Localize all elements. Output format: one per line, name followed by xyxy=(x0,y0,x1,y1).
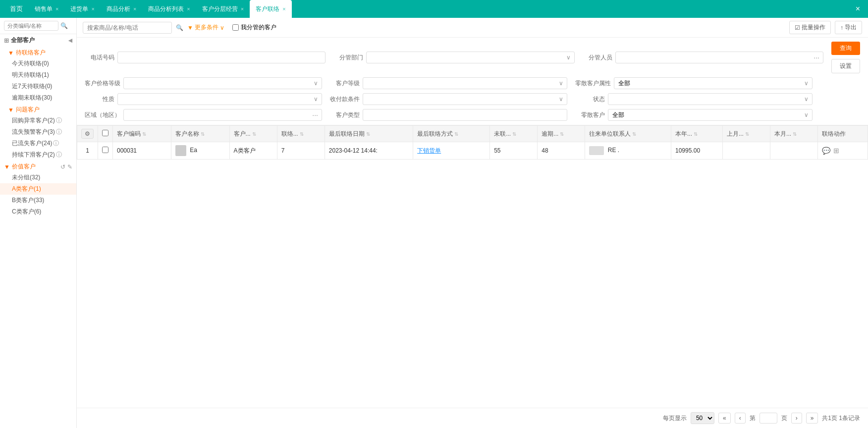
sort-icon-last-month[interactable]: ⇅ xyxy=(745,131,749,137)
group-pending-contact[interactable]: ▼ 待联络客户 xyxy=(0,47,76,58)
th-checkbox xyxy=(98,126,113,142)
nature-select[interactable] xyxy=(117,93,322,105)
customer-type-input[interactable] xyxy=(363,109,567,121)
tab-analysis[interactable]: 商品分析 × xyxy=(101,0,142,18)
th-uncontacted: 未联...⇅ xyxy=(490,126,538,142)
sidebar-item-lost[interactable]: 已流失客户(24) ⓘ xyxy=(0,138,76,149)
grid-icon: ⊞ xyxy=(4,37,9,44)
tab-analysis-list[interactable]: 商品分析列表 × xyxy=(142,0,196,18)
sidebar-item-tomorrow[interactable]: 明天待联络(1) xyxy=(0,69,76,81)
action-buttons: 查询 设置 xyxy=(831,42,860,73)
customer-avatar xyxy=(175,145,186,156)
close-tab-analysis-list[interactable]: × xyxy=(187,6,190,12)
filter-more-conditions[interactable]: ▼ 更多条件 ∨ xyxy=(187,23,224,32)
prev-page-button[interactable]: ‹ xyxy=(735,413,746,424)
settings-button[interactable]: 设置 xyxy=(831,59,860,73)
th-actions: 联络动作 xyxy=(818,126,868,142)
filter-customer-level: 客户等级 ∨ xyxy=(330,77,567,89)
sidebar-item-abnormal[interactable]: 回购异常客户(2) ⓘ xyxy=(0,115,76,126)
close-all-button[interactable]: × xyxy=(852,4,864,13)
row-this-year: 10995.00 xyxy=(671,142,723,160)
sort-icon-type[interactable]: ⇅ xyxy=(252,131,256,137)
sort-icon-date[interactable]: ⇅ xyxy=(366,131,370,137)
sidebar-search-icon[interactable]: 🔍 xyxy=(60,22,68,29)
price-level-select[interactable] xyxy=(123,77,322,89)
sort-icon-contact[interactable]: ⇅ xyxy=(300,131,304,137)
refresh-icon[interactable]: ↺ xyxy=(60,163,65,170)
edit-icon[interactable]: ✎ xyxy=(67,163,72,170)
tab-customer-segment[interactable]: 客户分层经营 × xyxy=(196,0,250,18)
sort-icon-uncontacted[interactable]: ⇅ xyxy=(512,131,516,137)
sidebar-item-7days[interactable]: 近7天待联络(0) xyxy=(0,81,76,92)
sidebar-item-overdue[interactable]: 逾期未联络(30) xyxy=(0,92,76,104)
payment-select[interactable] xyxy=(363,93,567,105)
my-customers-checkbox[interactable] xyxy=(232,24,239,31)
row-actions: 💬 ⊞ xyxy=(818,142,868,160)
info-icon-declining: ⓘ xyxy=(56,151,62,159)
sort-icon-code[interactable]: ⇅ xyxy=(142,131,146,137)
filter-region: 区域（地区） ··· xyxy=(85,109,322,121)
first-page-button[interactable]: « xyxy=(718,413,731,424)
dept-select[interactable] xyxy=(366,52,574,63)
tab-customer-contact[interactable]: 客户联络 × xyxy=(250,0,291,18)
nature-wrap: ∨ xyxy=(117,93,322,105)
close-tab-customer-contact[interactable]: × xyxy=(282,6,285,12)
payment-wrap: ∨ xyxy=(363,93,567,105)
collapse-icon[interactable]: ◀ xyxy=(68,38,72,43)
query-button[interactable]: 查询 xyxy=(831,42,860,55)
scatter-customer-select[interactable]: 全部 xyxy=(608,109,813,121)
filter-search-input[interactable] xyxy=(83,22,172,34)
close-tab-purchase[interactable]: × xyxy=(91,6,94,12)
status-select[interactable] xyxy=(608,93,813,105)
info-icon-lost: ⓘ xyxy=(53,139,59,148)
filter-scatter-attr: 零散客户属性 全部 ∨ xyxy=(575,77,813,89)
phone-input[interactable] xyxy=(117,52,326,63)
table-gear-button[interactable]: ⚙ xyxy=(81,129,94,139)
chat-icon[interactable]: 💬 xyxy=(822,147,830,155)
close-tab-customer-segment[interactable]: × xyxy=(241,6,244,12)
sidebar-item-c-class[interactable]: C类客户(6) xyxy=(0,206,76,217)
close-tab-sales[interactable]: × xyxy=(55,6,58,12)
sort-icon-overdue[interactable]: ⇅ xyxy=(560,131,564,137)
sort-icon-year[interactable]: ⇅ xyxy=(694,131,698,137)
qr-icon[interactable]: ⊞ xyxy=(833,147,839,155)
filter-customer-type: 客户类型 xyxy=(330,109,567,121)
region-input[interactable] xyxy=(123,109,322,121)
batch-op-button[interactable]: ☑ 批量操作 xyxy=(789,21,831,34)
last-page-button[interactable]: » xyxy=(806,413,818,424)
adv-filter-row-4: 区域（地区） ··· 客户类型 零散客户 全部 xyxy=(85,109,860,121)
sidebar-item-ungroup[interactable]: 未分组(32) xyxy=(0,172,76,183)
page-input[interactable]: 1 xyxy=(760,413,777,424)
sidebar-search-input[interactable] xyxy=(4,21,58,31)
select-all-checkbox[interactable] xyxy=(102,130,108,136)
unit-contact-avatar xyxy=(589,146,604,155)
tab-home[interactable]: 首页 xyxy=(4,0,29,18)
tab-purchase[interactable]: 进货单 × xyxy=(64,0,100,18)
top-nav: 首页 销售单 × 进货单 × 商品分析 × 商品分析列表 × 客户分层经营 × … xyxy=(0,0,868,18)
sidebar-item-today[interactable]: 今天待联络(0) xyxy=(0,58,76,69)
per-page-select[interactable]: 50 xyxy=(691,412,714,424)
sort-icon-this-month[interactable]: ⇅ xyxy=(793,131,797,137)
sort-icon-way[interactable]: ⇅ xyxy=(454,131,458,137)
row-checkbox[interactable] xyxy=(102,147,108,153)
last-contact-way-link[interactable]: 下销货单 xyxy=(417,147,441,154)
sidebar-item-warning[interactable]: 流失预警客户(3) ⓘ xyxy=(0,126,76,138)
export-button[interactable]: ↑ 导出 xyxy=(835,21,862,34)
row-contact-count: 7 xyxy=(277,142,325,160)
scatter-attr-select[interactable]: 全部 xyxy=(614,77,813,89)
group-problem-customers[interactable]: ▼ 问题客户 xyxy=(0,104,76,115)
filter-search-icon[interactable]: 🔍 xyxy=(176,24,183,31)
customer-level-select[interactable] xyxy=(363,77,567,89)
sidebar-all-customers[interactable]: ⊞ 全部客户 ◀ xyxy=(0,34,76,47)
sidebar-item-declining[interactable]: 持续下滑客户(2) ⓘ xyxy=(0,149,76,160)
th-last-date: 最后联络日期⇅ xyxy=(325,126,413,142)
close-tab-analysis[interactable]: × xyxy=(133,6,136,12)
sort-icon-name[interactable]: ⇅ xyxy=(201,131,205,137)
sort-icon-unit[interactable]: ⇅ xyxy=(632,131,636,137)
person-input[interactable] xyxy=(615,52,823,63)
my-customers-checkbox-label[interactable]: 我分管的客户 xyxy=(232,23,276,32)
next-page-button[interactable]: › xyxy=(791,413,802,424)
sidebar-item-b-class[interactable]: B类客户(33) xyxy=(0,195,76,206)
sidebar-item-a-class[interactable]: A类客户(1) xyxy=(0,183,76,195)
tab-sales[interactable]: 销售单 × xyxy=(29,0,64,18)
